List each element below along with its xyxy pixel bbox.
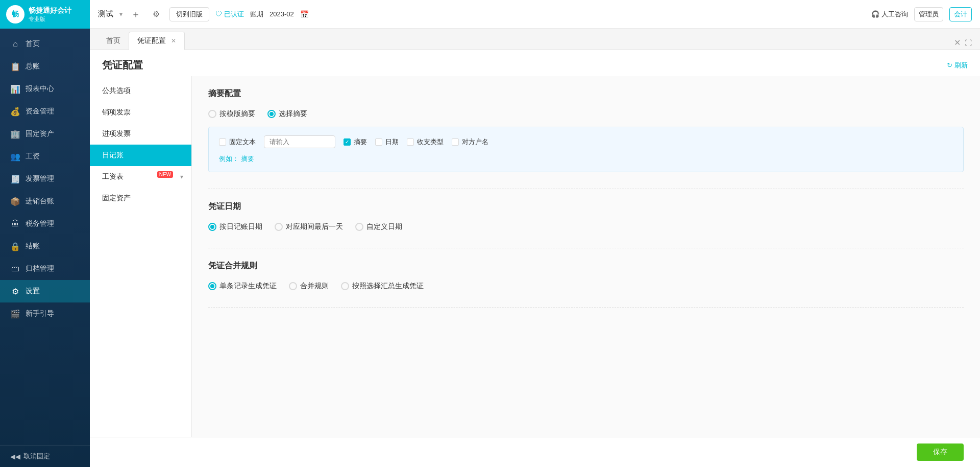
expand-icon[interactable]: ⛶ [965, 39, 972, 47]
guide-icon: 🎬 [10, 309, 20, 319]
archive-icon: 🗃 [10, 264, 20, 274]
pin-icon: ◀◀ [10, 453, 20, 460]
radio-by-selection[interactable]: 按照选择汇总生成凭证 [341, 282, 424, 291]
sidebar-item-tax[interactable]: 🏛 税务管理 [0, 213, 90, 235]
switch-old-version-button[interactable]: 切到旧版 [169, 7, 209, 21]
sidebar-item-archive[interactable]: 🗃 归档管理 [0, 258, 90, 280]
tabbar: 首页 凭证配置 ✕ ✕ ⛶ [90, 29, 980, 50]
sidebar-item-funds[interactable]: 💰 资金管理 [0, 100, 90, 123]
radio-template-summary[interactable]: 按模版摘要 [208, 109, 255, 119]
pay-type-checkbox-box [407, 138, 414, 146]
home-icon: ⌂ [10, 39, 20, 49]
voucher-date-section: 凭证日期 按日记账日期 对应期间最后一天 自定义日期 [208, 201, 964, 231]
left-nav-fixed-assets-sub[interactable]: 固定资产 [90, 188, 191, 209]
settings-icon[interactable]: ⚙ [149, 7, 163, 21]
counterpart-checkbox[interactable]: 对方户名 [452, 137, 488, 147]
save-bar: 保存 [90, 437, 980, 467]
radio-single-record-circle [208, 282, 216, 290]
summary-box-row: 固定文本 摘要 日期 [219, 135, 953, 148]
radio-period-last-day-circle [275, 223, 283, 231]
sidebar: 畅 畅捷通好会计 专业版 ⌂ 首页 📋 总账 📊 报表中心 💰 资金管理 🏢 固… [0, 0, 90, 467]
radio-custom-date[interactable]: 自定义日期 [355, 222, 402, 231]
add-icon[interactable]: ＋ [129, 7, 143, 21]
settings-icon: ⚙ [10, 286, 20, 296]
summary-title: 摘要配置 [208, 88, 964, 99]
summary-radio-group: 按模版摘要 选择摘要 [208, 109, 964, 119]
radio-by-selection-circle [341, 282, 349, 290]
tab-home[interactable]: 首页 [98, 32, 129, 50]
left-nav-public[interactable]: 公共选项 [90, 80, 191, 102]
topbar: 测试 ▾ ＋ ⚙ 切到旧版 🛡 已认证 账期 2023-02 📅 🎧 人工咨询 … [90, 0, 980, 29]
radio-period-last-day[interactable]: 对应期间最后一天 [275, 222, 343, 231]
consult-btn[interactable]: 🎧 人工咨询 [871, 10, 908, 19]
sidebar-item-close[interactable]: 🔒 结账 [0, 235, 90, 258]
sidebar-item-report[interactable]: 📊 报表中心 [0, 78, 90, 100]
sidebar-item-fixed-assets[interactable]: 🏢 固定资产 [0, 123, 90, 145]
logo-text: 畅捷通好会计 [29, 6, 71, 15]
period-label: 账期 [250, 10, 263, 19]
refresh-icon: ↻ [947, 61, 952, 69]
new-badge: NEW [157, 171, 173, 178]
date-checkbox[interactable]: 日期 [375, 137, 399, 147]
close-panel-icon[interactable]: ✕ [954, 38, 961, 48]
date-checkbox-box [375, 138, 382, 146]
certified-status: 🛡 已认证 [215, 10, 244, 19]
radio-select-summary[interactable]: 选择摘要 [267, 109, 307, 119]
sidebar-item-settings[interactable]: ⚙ 设置 [0, 280, 90, 302]
voucher-merge-radio-group: 单条记录生成凭证 合并规则 按照选择汇总生成凭证 [208, 282, 964, 291]
content-body: 公共选项销项发票进项发票日记账工资表NEW▾固定资产 摘要配置 按模版摘要 选择… [90, 76, 980, 437]
fixed-text-checkbox[interactable]: 固定文本 [219, 137, 256, 147]
project-name: 测试 [98, 9, 113, 19]
close-icon: 🔒 [10, 241, 20, 251]
sidebar-item-salary[interactable]: 👥 工资 [0, 145, 90, 168]
right-panel: 摘要配置 按模版摘要 选择摘要 [192, 76, 980, 437]
radio-merge-rule-circle [289, 282, 297, 290]
left-nav-purchase-invoice[interactable]: 进项发票 [90, 123, 191, 145]
summary-section: 摘要配置 按模版摘要 选择摘要 [208, 88, 964, 172]
ledger-icon: 📋 [10, 61, 20, 72]
radio-journal-date-circle [208, 223, 216, 231]
sidebar-item-invoice[interactable]: 🧾 发票管理 [0, 168, 90, 190]
save-button[interactable]: 保存 [917, 443, 964, 461]
left-nav-sales-invoice[interactable]: 销项发票 [90, 102, 191, 123]
left-nav-journal[interactable]: 日记账 [90, 145, 191, 166]
logo-icon: 畅 [6, 5, 24, 24]
calendar-icon[interactable]: 📅 [300, 10, 309, 18]
project-dropdown-icon[interactable]: ▾ [119, 11, 122, 18]
radio-single-record[interactable]: 单条记录生成凭证 [208, 282, 277, 291]
role-btn[interactable]: 会计 [949, 7, 972, 21]
tab-close-icon[interactable]: ✕ [171, 37, 176, 44]
purchase-sale-icon: 📦 [10, 196, 20, 206]
report-icon: 📊 [10, 84, 20, 94]
left-nav-payroll-table[interactable]: 工资表NEW▾ [90, 166, 191, 188]
content-area: 凭证配置 ↻ 刷新 公共选项销项发票进项发票日记账工资表NEW▾固定资产 摘要配… [90, 50, 980, 467]
voucher-merge-title: 凭证合并规则 [208, 261, 964, 271]
sidebar-item-ledger[interactable]: 📋 总账 [0, 55, 90, 78]
summary-checkbox[interactable]: 摘要 [344, 137, 367, 147]
tab-voucher-config[interactable]: 凭证配置 ✕ [129, 32, 185, 50]
example-text: 例如： 摘要 [219, 154, 953, 164]
page-title: 凭证配置 [102, 58, 143, 72]
period-value: 2023-02 [270, 10, 294, 18]
left-nav: 公共选项销项发票进项发票日记账工资表NEW▾固定资产 [90, 76, 192, 437]
voucher-date-title: 凭证日期 [208, 201, 964, 212]
radio-merge-rule[interactable]: 合并规则 [289, 282, 329, 291]
pay-type-checkbox[interactable]: 收支类型 [407, 137, 444, 147]
headset-icon: 🎧 [871, 10, 879, 18]
radio-template-circle [208, 110, 216, 118]
fixed-text-input[interactable] [264, 135, 335, 148]
salary-icon: 👥 [10, 151, 20, 161]
radio-custom-date-circle [355, 223, 363, 231]
tax-icon: 🏛 [10, 219, 20, 229]
fixed-assets-icon: 🏢 [10, 129, 20, 139]
sidebar-item-purchase-sale[interactable]: 📦 进销台账 [0, 190, 90, 213]
sidebar-item-guide[interactable]: 🎬 新手引导 [0, 302, 90, 325]
cancel-fixed-btn[interactable]: ◀◀ 取消固定 [0, 445, 90, 467]
main-area: 测试 ▾ ＋ ⚙ 切到旧版 🛡 已认证 账期 2023-02 📅 🎧 人工咨询 … [90, 0, 980, 467]
user-btn[interactable]: 管理员 [914, 7, 943, 21]
refresh-btn[interactable]: ↻ 刷新 [947, 61, 968, 70]
shield-icon: 🛡 [215, 10, 222, 18]
sidebar-item-home[interactable]: ⌂ 首页 [0, 33, 90, 55]
radio-journal-date[interactable]: 按日记账日期 [208, 222, 262, 231]
content-header: 凭证配置 ↻ 刷新 [90, 50, 980, 76]
